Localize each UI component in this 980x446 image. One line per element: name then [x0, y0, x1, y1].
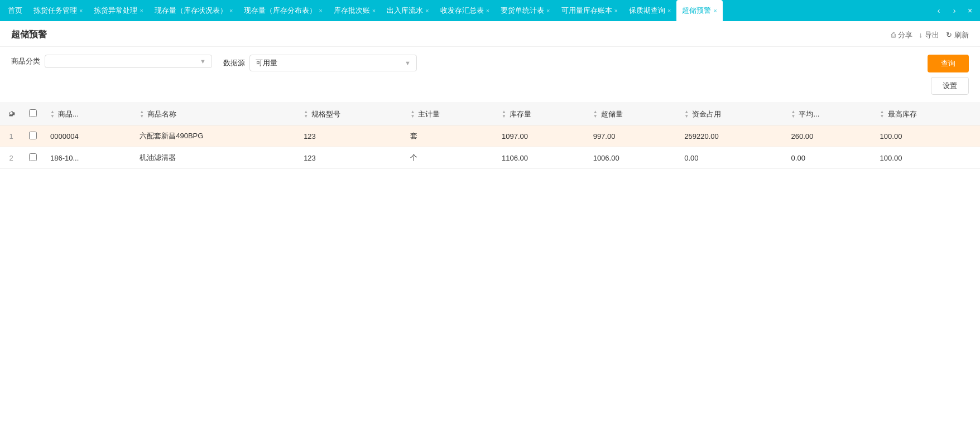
nav-tab-home-label: 首页 [8, 6, 22, 16]
nav-tab-9-close[interactable]: × [614, 7, 618, 14]
nav-tab-home[interactable]: 首页 [2, 0, 28, 21]
nav-tab-2-close[interactable]: × [140, 7, 143, 14]
export-label: 导出 [925, 30, 939, 40]
row-1-checkbox[interactable] [29, 132, 37, 139]
row-2-checkbox-cell[interactable] [22, 147, 44, 169]
th-unit-label: 主计量 [418, 109, 440, 119]
nav-tab-10-close[interactable]: × [667, 7, 671, 14]
sort-arrows-icon-9: ▲▼ [880, 110, 885, 119]
th-checkbox[interactable] [22, 103, 44, 125]
th-stock-label: 库存量 [510, 109, 531, 119]
row-1-stock: 1097.00 [495, 125, 587, 147]
sort-arrows-icon-5: ▲▼ [502, 110, 506, 119]
th-avg[interactable]: ▲▼ 平均... [785, 103, 873, 125]
sort-arrows-icon: ▲▼ [50, 110, 55, 119]
nav-tab-1-close[interactable]: × [79, 7, 83, 14]
nav-next-button[interactable]: › [947, 0, 962, 21]
nav-tab-7-close[interactable]: × [486, 7, 489, 14]
sort-arrows-icon-2: ▲▼ [140, 110, 144, 119]
nav-tab-5-close[interactable]: × [372, 7, 376, 14]
row-1-num: 1 [0, 125, 22, 147]
nav-tab-2[interactable]: 拣货异常处理 × [88, 0, 148, 21]
page-header: 超储预警 ⎙ 分享 ↓ 导出 ↻ 刷新 [0, 21, 980, 47]
nav-tab-9-label: 可用量库存账本 [561, 6, 612, 16]
nav-tab-4[interactable]: 现存量（库存分布表） × [238, 0, 328, 21]
row-2-num: 2 [0, 147, 22, 169]
th-spec-label: 规格型号 [311, 109, 340, 119]
share-button[interactable]: ⎙ 分享 [891, 30, 912, 40]
row-1-spec: 123 [297, 125, 403, 147]
settings-button[interactable]: 设置 [931, 77, 969, 95]
select-all-checkbox[interactable] [29, 109, 37, 117]
nav-tab-7[interactable]: 收发存汇总表 × [435, 0, 495, 21]
nav-arrow-group: ‹ › × [931, 0, 978, 21]
th-max-stock[interactable]: ▲▼ 最高库存 [873, 103, 980, 125]
nav-tab-6[interactable]: 出入库流水 × [381, 0, 434, 21]
nav-tab-5-label: 库存批次账 [334, 6, 370, 16]
chevron-down-icon-2: ▼ [405, 60, 411, 66]
category-filter-label: 商品分类 [11, 56, 40, 66]
nav-close-button[interactable]: × [962, 0, 978, 21]
th-capital[interactable]: ▲▼ 资金占用 [678, 103, 784, 125]
nav-prev-button[interactable]: ‹ [931, 0, 947, 21]
query-button[interactable]: 查询 [928, 55, 969, 72]
row-1-product-name: 六配套新昌490BPG [133, 125, 297, 147]
datasource-filter-group: 数据源 可用量 ▼ [223, 55, 417, 71]
chevron-down-icon: ▼ [200, 58, 206, 65]
th-unit[interactable]: ▲▼ 主计量 [403, 103, 495, 125]
th-stock[interactable]: ▲▼ 库存量 [495, 103, 587, 125]
th-spec[interactable]: ▲▼ 规格型号 [297, 103, 403, 125]
th-overstock-label: 超储量 [601, 109, 623, 119]
page-title: 超储预警 [11, 29, 47, 41]
sort-arrows-icon-8: ▲▼ [791, 110, 796, 119]
th-avg-label: 平均... [799, 109, 819, 119]
th-overstock[interactable]: ▲▼ 超储量 [587, 103, 678, 125]
row-1-overstock: 997.00 [587, 125, 678, 147]
gear-icon [7, 109, 16, 118]
nav-tab-5[interactable]: 库存批次账 × [328, 0, 381, 21]
nav-tab-6-close[interactable]: × [425, 7, 429, 14]
row-2-capital: 0.00 [678, 147, 784, 169]
row-1-checkbox-cell[interactable] [22, 125, 44, 147]
row-2-overstock: 1006.00 [587, 147, 678, 169]
nav-tab-11-close[interactable]: × [713, 7, 717, 14]
nav-tab-11-label: 超储预警 [682, 6, 711, 16]
nav-tab-6-label: 出入库流水 [387, 6, 423, 16]
header-actions: ⎙ 分享 ↓ 导出 ↻ 刷新 [891, 30, 969, 40]
nav-tab-8-close[interactable]: × [546, 7, 550, 14]
share-label: 分享 [898, 30, 912, 40]
nav-tab-3-close[interactable]: × [229, 7, 233, 14]
sort-arrows-icon-7: ▲▼ [684, 110, 689, 119]
table-row: 2 186-10... 机油滤清器 123 个 1106.00 1006.00 … [0, 147, 980, 169]
nav-tab-9[interactable]: 可用量库存账本 × [556, 0, 623, 21]
row-2-avg: 0.00 [785, 147, 873, 169]
main-content: 超储预警 ⎙ 分享 ↓ 导出 ↻ 刷新 商品分类 ▼ [0, 21, 980, 446]
table-header-row: ▲▼ 商品... ▲▼ 商品名称 ▲▼ 规格型号 [0, 103, 980, 125]
export-icon: ↓ [919, 31, 923, 39]
nav-tab-1[interactable]: 拣货任务管理 × [28, 0, 88, 21]
nav-tab-4-close[interactable]: × [319, 7, 322, 14]
refresh-button[interactable]: ↻ 刷新 [946, 30, 969, 40]
data-table-container: ▲▼ 商品... ▲▼ 商品名称 ▲▼ 规格型号 [0, 103, 980, 180]
row-2-spec: 123 [297, 147, 403, 169]
row-1-max-stock: 100.00 [873, 125, 980, 147]
th-product-code[interactable]: ▲▼ 商品... [44, 103, 133, 125]
datasource-select[interactable]: 可用量 ▼ [249, 55, 417, 71]
row-2-unit: 个 [403, 147, 495, 169]
th-product-name-label: 商品名称 [147, 109, 176, 119]
nav-tab-4-label: 现存量（库存分布表） [244, 6, 316, 16]
th-product-name[interactable]: ▲▼ 商品名称 [133, 103, 297, 125]
export-button[interactable]: ↓ 导出 [919, 30, 940, 40]
category-select[interactable]: ▼ [45, 55, 212, 68]
nav-tab-8[interactable]: 要货单统计表 × [495, 0, 555, 21]
nav-tab-10-label: 保质期查询 [629, 6, 665, 16]
nav-tab-10[interactable]: 保质期查询 × [623, 0, 676, 21]
nav-tab-11[interactable]: 超储预警 × [676, 0, 722, 21]
row-2-checkbox[interactable] [29, 153, 37, 161]
sort-arrows-icon-3: ▲▼ [304, 110, 308, 119]
nav-tab-3[interactable]: 现存量（库存状况表） × [149, 0, 238, 21]
sort-arrows-icon-6: ▲▼ [593, 110, 598, 119]
th-capital-label: 资金占用 [692, 109, 721, 119]
category-filter-group: 商品分类 ▼ [11, 55, 212, 68]
th-settings[interactable] [0, 103, 22, 125]
